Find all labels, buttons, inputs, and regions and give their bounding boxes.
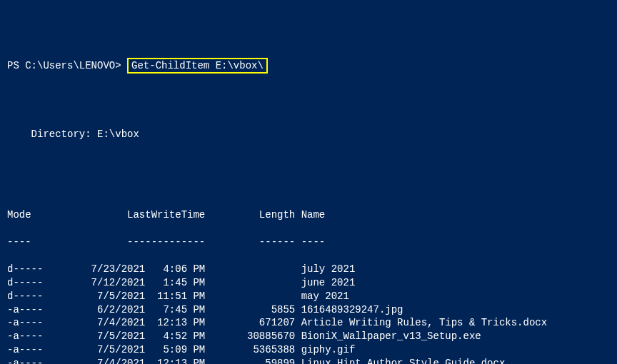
column-headers: Mode LastWriteTime Length Name: [7, 208, 610, 222]
highlighted-command: Get-ChildItem E:\vbox\: [127, 58, 268, 74]
listing-rows: d----- 7/23/2021 4:06 PM july 2021 d----…: [7, 263, 610, 364]
prompt-line-1: PS C:\Users\LENOVO> Get-ChildItem E:\vbo…: [7, 60, 268, 71]
terminal-output[interactable]: PS C:\Users\LENOVO> Get-ChildItem E:\vbo…: [7, 58, 610, 364]
directory-header: Directory: E:\vbox: [7, 128, 610, 141]
ps-prompt-prefix: PS C:\Users\LENOVO>: [7, 60, 127, 71]
column-separators: ---- ------------- ------ ----: [7, 236, 610, 249]
